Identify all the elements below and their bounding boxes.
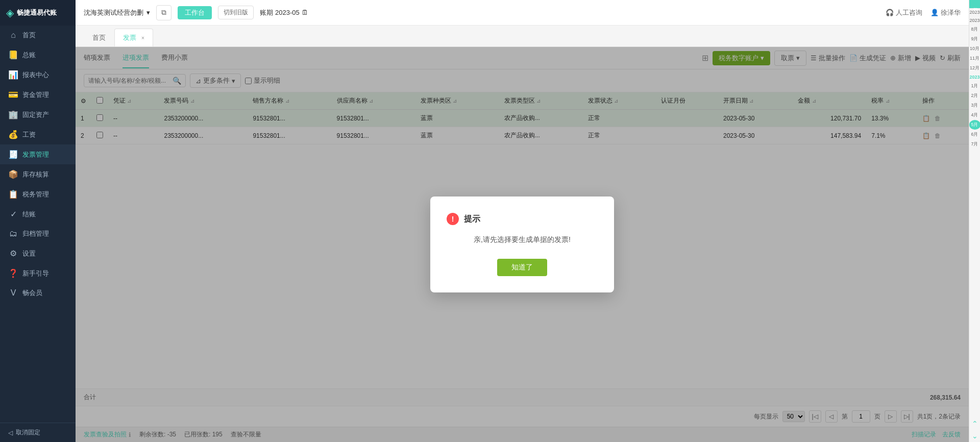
- sidebar-label-reports: 报表中心: [22, 70, 49, 80]
- sidebar-label-invoice: 发票管理: [22, 150, 49, 159]
- period-label: 账期: [260, 8, 273, 17]
- sidebar-item-guide[interactable]: ❓新手引导: [0, 263, 76, 283]
- month-item[interactable]: 5月: [969, 120, 981, 130]
- chevron-down-icon[interactable]: ⌄: [970, 430, 980, 442]
- sidebar-item-funds[interactable]: 💳资金管理: [0, 85, 76, 105]
- month-item[interactable]: 1月: [969, 81, 981, 91]
- cancel-fixed-button[interactable]: ◁ 取消固定: [0, 423, 76, 442]
- calendar-icon[interactable]: 🗓: [302, 9, 308, 16]
- sidebar-icon-settlement: ✓: [8, 209, 18, 219]
- sidebar-icon-guide: ❓: [8, 268, 18, 278]
- sidebar-icon-home: ⌂: [8, 31, 18, 40]
- right-period-panel: 期间选择 2023.052023.058月9月10月11月12月20231月2月…: [969, 0, 980, 442]
- sidebar-item-home[interactable]: ⌂首页: [0, 26, 76, 45]
- app-logo: ◈ 畅捷通易代账: [0, 0, 76, 26]
- sidebar-icon-inventory: 📦: [8, 169, 18, 179]
- sidebar-icon-settings: ⚙: [8, 249, 18, 258]
- modal-title-row: ! 提示: [447, 213, 598, 225]
- sidebar-nav: ⌂首页📒总账📊报表中心💳资金管理🏢固定资产💰工资🧾发票管理📦库存核算📋税务管理✓…: [0, 26, 76, 303]
- workspace-button[interactable]: 工作台: [178, 6, 212, 19]
- tab-home-label: 首页: [92, 34, 106, 41]
- modal-dialog: ! 提示 亲,请先选择要生成单据的发票! 知道了: [430, 197, 614, 292]
- sidebar-icon-invoice: 🧾: [8, 150, 18, 159]
- sidebar-item-invoice[interactable]: 🧾发票管理: [0, 144, 76, 164]
- sidebar-label-salary: 工资: [22, 130, 36, 139]
- sidebar-icon-ledger: 📒: [8, 50, 18, 60]
- sidebar-label-funds: 资金管理: [22, 90, 49, 100]
- month-item[interactable]: 2023: [969, 73, 981, 81]
- logo-icon: ◈: [6, 7, 14, 19]
- sidebar-item-reports[interactable]: 📊报表中心: [0, 65, 76, 85]
- tab-invoice-label: 发票: [123, 34, 136, 41]
- month-item[interactable]: 9月: [969, 34, 981, 44]
- modal-title: 提示: [464, 214, 480, 225]
- month-item[interactable]: 8月: [969, 24, 981, 34]
- sidebar-label-assets: 固定资产: [22, 110, 49, 119]
- sidebar-label-ledger: 总账: [22, 51, 36, 60]
- cancel-fixed-label: 取消固定: [16, 428, 40, 437]
- support-label: 人工咨询: [896, 8, 922, 17]
- user-profile[interactable]: 👤 徐泽华: [930, 8, 961, 17]
- sidebar-item-assets[interactable]: 🏢固定资产: [0, 105, 76, 125]
- sidebar-item-member[interactable]: V畅会员: [0, 283, 76, 303]
- sidebar-item-ledger[interactable]: 📒总账: [0, 45, 76, 65]
- copy-icon[interactable]: ⧉: [156, 5, 172, 20]
- sidebar-label-archive: 归档管理: [22, 229, 49, 238]
- sidebar-label-inventory: 库存核算: [22, 170, 49, 179]
- sidebar-item-settings[interactable]: ⚙设置: [0, 243, 76, 263]
- sidebar-icon-funds: 💳: [8, 90, 18, 100]
- tab-home[interactable]: 首页: [84, 29, 114, 46]
- period-value: 2023-05: [275, 9, 300, 16]
- month-item[interactable]: 2月: [969, 91, 981, 101]
- company-chevron-icon: ▾: [146, 9, 150, 16]
- sidebar-icon-tax: 📋: [8, 189, 18, 199]
- sidebar: ◈ 畅捷通易代账 ⌂首页📒总账📊报表中心💳资金管理🏢固定资产💰工资🧾发票管理📦库…: [0, 0, 76, 442]
- sidebar-label-settlement: 结账: [22, 210, 36, 219]
- sidebar-icon-assets: 🏢: [8, 110, 18, 119]
- sidebar-item-archive[interactable]: 🗂归档管理: [0, 224, 76, 243]
- company-selector[interactable]: 沈海英测试经营勿删 ▾: [84, 8, 150, 17]
- sidebar-label-home: 首页: [22, 31, 36, 40]
- page-content: 销项发票 进项发票 费用小票 ⊞ 税务数字账户 ▾ 取票 ▾ ☰: [76, 47, 969, 442]
- sidebar-icon-member: V: [8, 288, 18, 298]
- support-button[interactable]: 🎧 人工咨询: [886, 8, 922, 17]
- user-label: 徐泽华: [941, 8, 961, 17]
- user-icon: 👤: [930, 9, 939, 16]
- modal-footer: 知道了: [447, 259, 598, 276]
- app-name: 畅捷通易代账: [17, 8, 57, 17]
- old-version-button[interactable]: 切到旧版: [218, 6, 254, 19]
- month-item[interactable]: 11月: [969, 54, 981, 63]
- sidebar-icon-archive: 🗂: [8, 229, 18, 238]
- modal-confirm-button[interactable]: 知道了: [497, 259, 547, 276]
- month-item[interactable]: 6月: [969, 130, 981, 139]
- sidebar-item-inventory[interactable]: 📦库存核算: [0, 164, 76, 184]
- sidebar-label-guide: 新手引导: [22, 269, 49, 278]
- tab-invoice-close-icon[interactable]: ×: [141, 35, 144, 41]
- headphone-icon: 🎧: [886, 9, 894, 16]
- tab-bar: 首页 发票 ×: [76, 26, 969, 47]
- cancel-fixed-icon: ◁: [8, 429, 13, 436]
- month-item[interactable]: 7月: [969, 139, 981, 149]
- sidebar-icon-salary: 💰: [8, 130, 18, 139]
- sidebar-item-salary[interactable]: 💰工资: [0, 125, 76, 144]
- month-item[interactable]: 2023.05: [969, 8, 981, 16]
- period-selector-label[interactable]: 期间选择: [969, 0, 981, 8]
- sidebar-item-tax[interactable]: 📋税务管理: [0, 184, 76, 204]
- modal-overlay: ! 提示 亲,请先选择要生成单据的发票! 知道了: [76, 47, 969, 442]
- main-area: 沈海英测试经营勿删 ▾ ⧉ 工作台 切到旧版 账期 2023-05 🗓 🎧 人工…: [76, 0, 969, 442]
- month-item[interactable]: 3月: [969, 101, 981, 110]
- sidebar-icon-reports: 📊: [8, 70, 18, 80]
- month-item[interactable]: 4月: [969, 110, 981, 120]
- topbar-right: 🎧 人工咨询 👤 徐泽华: [886, 8, 961, 17]
- tab-invoice[interactable]: 发票 ×: [114, 29, 153, 46]
- modal-warning-icon: !: [447, 213, 459, 225]
- month-item[interactable]: 12月: [969, 63, 981, 73]
- month-item[interactable]: 10月: [969, 44, 981, 54]
- sidebar-item-settlement[interactable]: ✓结账: [0, 204, 76, 224]
- sidebar-label-tax: 税务管理: [22, 190, 49, 199]
- topbar: 沈海英测试经营勿删 ▾ ⧉ 工作台 切到旧版 账期 2023-05 🗓 🎧 人工…: [76, 0, 969, 26]
- month-item[interactable]: 2023.05: [969, 16, 981, 24]
- sidebar-label-member: 畅会员: [22, 288, 42, 298]
- company-name: 沈海英测试经营勿删: [84, 8, 143, 17]
- chevron-up-icon[interactable]: ⌃: [970, 418, 980, 430]
